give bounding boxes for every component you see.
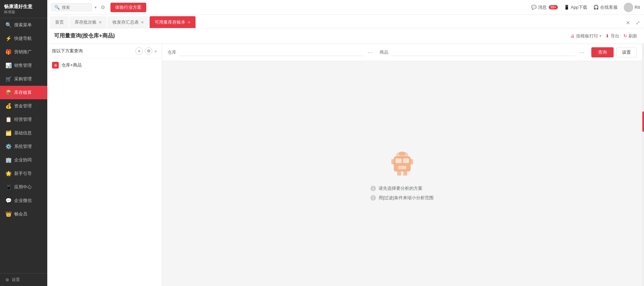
filter-header: 按以下方案查询 + ⚙ « [47,44,162,58]
refresh-icon: ↻ [623,33,627,38]
warehouse-input[interactable] [179,49,363,56]
basic-info-icon: 🗂️ [5,130,11,136]
export-icon: ⬇ [606,33,609,38]
sidebar-item-purchase-mgmt[interactable]: 🛒 采购管理 [0,72,47,86]
topbar-gear-icon[interactable]: ⚙ [101,4,105,10]
goods-input[interactable] [391,49,575,56]
topbar: 🔍 ▾ ⚙ 体验行业方案 💬 消息 99+ 📱 App下载 🎧 在线客服 Rit [47,0,644,15]
sidebar-item-shortcut[interactable]: ⚡ 快捷导航 [0,32,47,45]
user-avatar-area[interactable]: Rit [624,3,640,12]
sidebar-item-app-center[interactable]: 📱 应用中心 [0,180,47,194]
refresh-button[interactable]: ↻ 刷新 [623,33,637,39]
filter-panel: 按以下方案查询 + ⚙ « ⊕ 仓库+商品 [47,44,162,286]
sidebar-logo-sub: 标准版 [4,9,43,15]
sidebar-item-label: 营销推广 [14,49,32,55]
tab-expand-button[interactable]: ⤢ [634,19,641,27]
query-button[interactable]: 查询 [591,47,614,57]
print-chevron-icon: ▾ [599,34,601,38]
filter-set-button[interactable]: ⚙ [145,47,152,55]
empty-text: 1 请先选择要分析的方案 2 用[过滤]条件来缩小分析范围 [370,185,434,201]
tab-available-ledger[interactable]: 可用量库存账本✕ [150,16,196,28]
sidebar-item-search[interactable]: 🔍 搜索菜单 [0,18,47,32]
export-button[interactable]: ⬇ 导出 [606,33,619,39]
sidebar-bottom[interactable]: ⚙ 设置 [0,273,47,286]
sidebar-item-label: 快捷导航 [14,35,32,42]
goods-more-button[interactable]: ··· [578,49,586,56]
tab-close-icon[interactable]: ✕ [99,20,102,25]
main: 🔍 ▾ ⚙ 体验行业方案 💬 消息 99+ 📱 App下载 🎧 在线客服 Rit [47,0,644,286]
filter-add-button[interactable]: + [135,47,143,55]
sidebar-item-inventory[interactable]: 📦 库存核算 [0,86,47,99]
print-button[interactable]: 🖨 按模板打印 ▾ [570,33,601,39]
newbie-icon: 🌟 [5,171,11,177]
tab-label: 收发存汇总表 [112,19,139,25]
message-button[interactable]: 💬 消息 99+ [531,4,558,10]
scrollbar-thumb[interactable] [642,111,644,132]
solution-button[interactable]: 体验行业方案 [110,3,146,12]
tab-home[interactable]: 首页 [50,16,69,28]
tab-close-all-button[interactable]: ✕ [624,19,632,27]
sidebar-item-label: 企业微信 [14,198,32,204]
sidebar-item-label: 经营管理 [14,116,32,123]
svg-rect-1 [395,158,402,163]
sidebar-item-label: 新手引导 [14,171,32,177]
sidebar-item-system[interactable]: ⚙️ 系统管理 [0,140,47,153]
page-header: 可用量查询(按仓库+商品) 🖨 按模板打印 ▾ ⬇ 导出 ↻ 刷新 [47,28,644,44]
sidebar-item-enterprise[interactable]: 🏢 企业协同 [0,153,47,167]
sidebar-item-marketing-promo[interactable]: 🎁 营销推广 [0,45,47,59]
page-header-actions: 🖨 按模板打印 ▾ ⬇ 导出 ↻ 刷新 [570,33,637,39]
service-icon: 🎧 [593,5,599,10]
filter-collapse-button[interactable]: « [154,48,157,54]
online-service-button[interactable]: 🎧 在线客服 [593,4,618,10]
sidebar-item-label: 应用中心 [14,184,32,190]
tab-close-icon[interactable]: ✕ [187,20,190,25]
tab-label: 可用量库存账本 [155,19,185,25]
app-icon: 📱 [564,5,569,10]
tab-close-icon[interactable]: ✕ [141,20,144,25]
topbar-search-box[interactable]: 🔍 [51,3,92,11]
sidebar-item-members[interactable]: 👑 畅会员 [0,207,47,221]
sidebar-item-finance[interactable]: 💰 资金管理 [0,99,47,113]
message-icon: 💬 [531,5,537,10]
filter-setting-button[interactable]: 设置 [616,47,637,57]
refresh-label: 刷新 [628,33,637,39]
sidebar-scroll: 🔍 搜索菜单⚡ 快捷导航🎁 营销推广📊 销售管理🛒 采购管理📦 库存核算💰 资金… [0,18,47,273]
scheme-label: 仓库+商品 [61,62,82,68]
sidebar-item-label: 畅会员 [14,211,27,217]
sidebar-item-label: 系统管理 [14,144,32,150]
shortcut-icon: ⚡ [5,35,11,42]
message-label: 消息 [538,4,547,10]
inventory-icon: 📦 [5,89,11,96]
sidebar-item-sales-mgmt[interactable]: 📊 销售管理 [0,59,47,72]
topbar-chevron-icon[interactable]: ▾ [95,5,97,10]
sidebar-item-newbie[interactable]: 🌟 新手引导 [0,167,47,180]
enterprise-icon: 🏢 [5,157,11,163]
warehouse-more-button[interactable]: ··· [366,49,374,56]
members-icon: 👑 [5,211,11,217]
filter-header-label: 按以下方案查询 [52,48,83,54]
empty-icon [385,146,419,180]
tab-batch-account[interactable]: 库存批次账✕ [70,16,107,28]
app-download-button[interactable]: 📱 App下载 [564,4,587,10]
sidebar-item-wechat[interactable]: 💬 企业微信 [0,194,47,207]
filter-header-actions: + ⚙ « [135,47,157,55]
svg-rect-2 [403,158,409,163]
search-input[interactable] [62,5,89,10]
sales-mgmt-icon: 📊 [5,62,11,69]
export-label: 导出 [611,33,619,39]
print-icon: 🖨 [570,33,575,38]
empty-hint-1: 1 请先选择要分析的方案 [370,185,434,191]
sidebar-item-label: 销售管理 [14,62,32,69]
avatar [624,3,633,12]
sidebar-item-operations[interactable]: 📋 经营管理 [0,113,47,126]
svg-rect-6 [397,172,401,176]
scheme-item-warehouse-goods[interactable]: ⊕ 仓库+商品 [47,58,162,72]
marketing-promo-icon: 🎁 [5,49,11,55]
tab-label: 首页 [55,19,64,25]
sidebar-item-basic-info[interactable]: 🗂️ 基础信息 [0,126,47,140]
right-scrollbar[interactable] [642,44,644,286]
sidebar-logo-title: 畅康通好生意 [4,3,43,9]
online-service-label: 在线客服 [600,4,618,10]
tab-receipt-summary[interactable]: 收发存汇总表✕ [107,16,149,28]
sidebar-item-label: 基础信息 [14,130,32,136]
